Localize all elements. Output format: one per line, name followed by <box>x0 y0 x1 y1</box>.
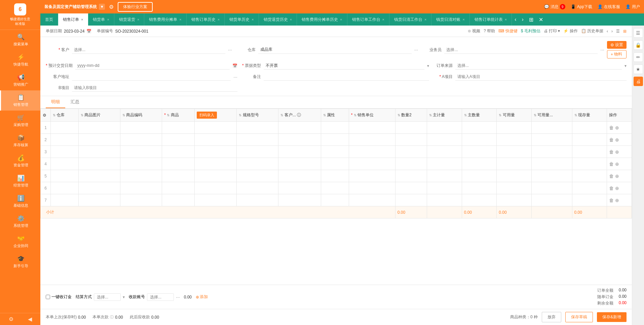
tab-close-icon[interactable]: × <box>290 17 292 22</box>
quick-order-checkbox[interactable] <box>46 295 50 299</box>
col-avail-qty2[interactable]: ⇅ 可用量... <box>531 109 572 122</box>
sidebar-item-finance[interactable]: 💰 资金管理 <box>0 151 40 171</box>
payment-dropdown-icon[interactable]: ▾ <box>123 295 125 299</box>
tab-close-icon[interactable]: × <box>382 17 384 22</box>
tab-sales-expense[interactable]: 销售费用分摊单 × <box>144 13 186 26</box>
online-service-btn[interactable]: 👤 在线客服 <box>598 4 620 10</box>
sidebar-item-basic-info[interactable]: ℹ️ 基础信息 <box>0 191 40 211</box>
tab-daily-reconcile[interactable]: 钱货日清对账 × <box>431 13 469 26</box>
sidebar-item-guide[interactable]: 🎓 新手引导 <box>0 252 40 272</box>
delete-row-icon[interactable]: 🗑 <box>609 161 614 167</box>
tab-sales-order[interactable]: 销售订单 × <box>58 13 88 26</box>
copy-row-icon[interactable]: ⊕ <box>615 161 619 167</box>
tab-close-icon[interactable]: × <box>462 17 464 22</box>
cell-warehouse[interactable] <box>51 134 79 146</box>
tab-close-icon[interactable]: × <box>179 17 181 22</box>
delete-row-icon[interactable]: 🗑 <box>609 149 614 155</box>
trial-btn[interactable]: 体验行业方案 <box>118 2 153 12</box>
tab-close-all-btn[interactable]: ✕ <box>536 16 546 23</box>
right-panel-btn-3[interactable]: ✏ <box>634 52 643 62</box>
warehouse-input[interactable] <box>258 46 412 54</box>
tab-close-icon[interactable]: × <box>81 17 83 22</box>
tab-home[interactable]: 首页 <box>40 13 58 26</box>
nav-next-icon[interactable]: › <box>611 29 613 34</box>
calendar-icon[interactable]: 📅 <box>86 29 91 34</box>
history-action[interactable]: 📋 历史单据 <box>581 28 603 34</box>
tab-detail[interactable]: 明细 <box>46 96 65 108</box>
cell-scan[interactable] <box>195 122 237 134</box>
delivery-date-input[interactable] <box>75 62 230 70</box>
copy-row-icon[interactable]: ⊕ <box>615 149 619 155</box>
settings-bottom-icon[interactable]: ⚙ <box>9 316 13 322</box>
tab-sales-order-history[interactable]: 销售订单历史 × <box>187 13 225 26</box>
tab-close-icon[interactable]: × <box>218 17 220 22</box>
tab-close-icon[interactable]: × <box>424 17 426 22</box>
col-product-code[interactable]: ⇅ 商品编码 <box>120 109 162 122</box>
app-download-btn[interactable]: 📱 App下载 <box>571 4 592 10</box>
user-btn[interactable]: 👤 用户 <box>626 4 640 10</box>
settings-btn[interactable]: ⚙ 设置 <box>607 41 627 49</box>
sidebar-item-quick[interactable]: ⚡ 快捷导航 <box>0 50 40 70</box>
cell-main-unit[interactable] <box>427 122 462 134</box>
tab-next-btn[interactable]: › <box>519 16 526 23</box>
col-product[interactable]: ⇅ 商品 <box>162 109 195 122</box>
date-value[interactable]: 2023-03-24 <box>64 29 84 34</box>
customer-addr-input[interactable] <box>72 73 231 81</box>
account-dots-icon[interactable]: ··· <box>176 294 180 300</box>
salesperson-input[interactable] <box>444 46 598 54</box>
tab-close-icon[interactable]: × <box>252 17 254 22</box>
cell-code[interactable] <box>120 122 162 134</box>
delete-row-icon[interactable]: 🗑 <box>609 137 614 143</box>
right-panel-btn-2[interactable]: 🔒 <box>634 40 643 50</box>
col-avail-qty[interactable]: ⇅ 可用量 <box>497 109 532 122</box>
col-sales-unit[interactable]: ⇅ 销售单位 <box>349 109 395 122</box>
col-spec[interactable]: ⇅ 规格型号 <box>237 109 278 122</box>
cell-warehouse[interactable] <box>51 122 79 134</box>
cell-attr[interactable] <box>321 122 349 134</box>
tab-expand-btn[interactable]: ⊞ <box>526 16 536 23</box>
copy-row-icon[interactable]: ⊕ <box>615 137 619 143</box>
cell-avail[interactable] <box>497 122 532 134</box>
tab-summary[interactable]: 汇总 <box>65 96 85 108</box>
sidebar-item-enterprise[interactable]: 🤝 企业协同 <box>0 232 40 252</box>
col-customer[interactable]: ⇅ 客户... ⓘ <box>278 109 321 122</box>
delete-row-icon[interactable]: 🗑 <box>609 186 614 191</box>
col-attr[interactable]: ⇅ 属性 <box>321 109 349 122</box>
tab-sales-return[interactable]: 销货退货 × <box>114 13 144 26</box>
cell-spec[interactable] <box>237 122 278 134</box>
quick-order-check[interactable]: 一键收订金 <box>46 294 72 300</box>
tab-close-icon[interactable]: × <box>505 17 507 22</box>
tab-daily-workbench[interactable]: 钱货日清工作台 × <box>389 13 431 26</box>
topbar-settings-icon[interactable]: ⚙ <box>109 4 114 10</box>
list-view-icon[interactable]: ☰ <box>616 29 620 34</box>
addr-dots-icon[interactable]: ··· <box>233 74 237 80</box>
grid-view-icon[interactable]: ⊞ <box>623 29 627 34</box>
save-new-btn[interactable]: 保存&新增 <box>597 312 627 322</box>
delete-row-icon[interactable]: 🗑 <box>609 198 614 203</box>
cell-img[interactable] <box>78 122 120 134</box>
draft-btn[interactable]: 保存草稿 <box>565 312 593 322</box>
cell-main-qty[interactable] <box>462 122 497 134</box>
order-source-input[interactable] <box>455 62 622 70</box>
cell-qty2[interactable] <box>395 122 427 134</box>
discard-btn[interactable]: 放弃 <box>542 312 561 322</box>
warehouse-dots-icon[interactable]: ··· <box>414 47 418 52</box>
customer-input[interactable] <box>72 46 225 54</box>
tab-close-icon[interactable]: × <box>107 17 109 22</box>
right-panel-btn-4[interactable]: ★ <box>634 65 643 74</box>
message-btn[interactable]: 💬 消息 9 <box>544 4 565 10</box>
right-panel-btn-1[interactable]: ☰ <box>634 28 643 38</box>
right-panel-btn-5[interactable]: 🖨 <box>634 77 643 86</box>
sidebar-item-marketing[interactable]: 📢 营销推广 <box>0 70 40 90</box>
profit-action[interactable]: $ 毛利预估 <box>521 28 540 34</box>
col-warehouse[interactable]: ⇅ 仓库 <box>51 109 79 122</box>
invoice-type-input[interactable] <box>264 62 424 70</box>
col-stock[interactable]: ⇅ 现存量 <box>572 109 607 122</box>
customer-dots-icon[interactable]: ··· <box>228 47 232 52</box>
tab-stats[interactable]: 销售订单统计表 × <box>470 13 512 26</box>
tab-prev-btn[interactable]: ‹ <box>512 16 519 23</box>
collapse-sidebar-icon[interactable]: ◀ <box>28 316 32 322</box>
cell-product[interactable] <box>162 122 195 134</box>
col-qty2[interactable]: ⇅ 数量2 <box>395 109 427 122</box>
account-input[interactable] <box>147 293 174 301</box>
